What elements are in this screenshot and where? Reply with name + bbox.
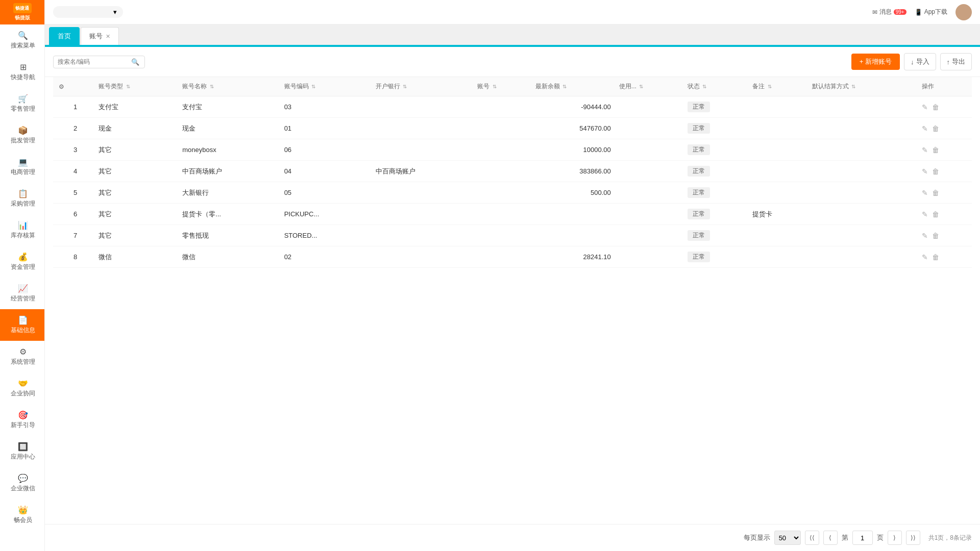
app-download-label: App下载 — [924, 8, 947, 16]
delete-icon[interactable]: 🗑 — [932, 146, 939, 154]
edit-icon[interactable]: ✎ — [922, 103, 928, 111]
sidebar-item-finance[interactable]: 💰资金管理 — [0, 246, 44, 278]
row-actions: ✎ 🗑 — [918, 139, 972, 161]
sidebar-icon-basic-info: 📄 — [4, 315, 42, 325]
avatar[interactable] — [955, 4, 972, 20]
sidebar-label-inventory: 库存核算 — [4, 231, 42, 240]
delete-icon[interactable]: 🗑 — [932, 124, 939, 133]
total-info: 共1页，8条记录 — [928, 534, 972, 542]
last-page-button[interactable]: ⟩⟩ — [906, 531, 920, 545]
col-balance[interactable]: 最新余额 ⇅ — [531, 77, 615, 96]
sidebar-item-quick-nav[interactable]: ⊞快捷导航 — [0, 56, 44, 88]
col-note[interactable]: 备注 ⇅ — [748, 77, 808, 96]
table-row: 2 现金 现金 01 547670.00 正常 ✎ 🗑 — [53, 118, 972, 139]
row-account — [473, 161, 531, 182]
sidebar-item-wholesale[interactable]: 📦批发管理 — [0, 119, 44, 151]
row-bank: 中百商场账户 — [372, 161, 473, 182]
row-account — [473, 139, 531, 161]
col-action: 操作 — [918, 77, 972, 96]
prev-page-button[interactable]: ⟨ — [823, 531, 838, 545]
delete-icon[interactable]: 🗑 — [932, 189, 939, 197]
add-account-button[interactable]: + 新增账号 — [851, 54, 900, 70]
page-input[interactable] — [852, 531, 873, 545]
col-bank[interactable]: 开户银行 ⇅ — [372, 77, 473, 96]
chevron-down-icon: ▾ — [113, 8, 117, 16]
col-default-pay[interactable]: 默认结算方式 ⇅ — [808, 77, 918, 96]
row-name: 中百商场账户 — [178, 161, 280, 182]
row-type: 微信 — [94, 246, 178, 268]
table-header-row: ⚙ 账号类型 ⇅ 账号名称 ⇅ 账号编码 ⇅ 开户银行 ⇅ 账号 ⇅ 最新余额 … — [53, 77, 972, 96]
sidebar-item-member[interactable]: 👑畅会员 — [0, 499, 44, 531]
sidebar-item-ecommerce[interactable]: 💻电商管理 — [0, 151, 44, 183]
sidebar-item-system[interactable]: ⚙系统管理 — [0, 341, 44, 372]
table-body: 1 支付宝 支付宝 03 -90444.00 正常 ✎ 🗑 2 现金 现金 01 — [53, 96, 972, 268]
sidebar-icon-member: 👑 — [4, 505, 42, 515]
sidebar-item-inventory[interactable]: 📊库存核算 — [0, 214, 44, 246]
toolbar-left: 🔍 — [53, 56, 145, 68]
sidebar-icon-guide: 🎯 — [4, 410, 42, 420]
sidebar-label-operation: 经营管理 — [4, 294, 42, 303]
next-page-button[interactable]: ⟩ — [888, 531, 902, 545]
row-status: 正常 — [683, 161, 748, 182]
col-account[interactable]: 账号 ⇅ — [473, 77, 531, 96]
row-code: 02 — [280, 246, 372, 268]
sidebar: 畅捷通 畅捷版 🔍搜索菜单⊞快捷导航🛒零售管理📦批发管理💻电商管理📋采购管理📊库… — [0, 0, 45, 551]
app-download-button[interactable]: 📱 App下载 — [915, 8, 947, 16]
edit-icon[interactable]: ✎ — [922, 146, 928, 154]
delete-icon[interactable]: 🗑 — [932, 103, 939, 111]
per-page-select[interactable]: 50 100 — [774, 531, 801, 545]
sidebar-item-enterprise-wx[interactable]: 💬企业微信 — [0, 467, 44, 499]
sidebar-item-enterprise[interactable]: 🤝企业协同 — [0, 372, 44, 404]
sidebar-item-purchase[interactable]: 📋采购管理 — [0, 183, 44, 214]
col-name[interactable]: 账号名称 ⇅ — [178, 77, 280, 96]
row-balance: 547670.00 — [531, 118, 615, 139]
row-type: 现金 — [94, 118, 178, 139]
sidebar-item-search[interactable]: 🔍搜索菜单 — [0, 24, 44, 56]
sidebar-item-retail[interactable]: 🛒零售管理 — [0, 88, 44, 119]
row-note — [748, 139, 808, 161]
topbar-search-input[interactable] — [59, 9, 110, 16]
import-button[interactable]: ↓ 导入 — [904, 53, 936, 70]
tab-account[interactable]: 账号 ✕ — [81, 27, 119, 45]
delete-icon[interactable]: 🗑 — [932, 232, 939, 240]
row-code: PICKUPC... — [280, 204, 372, 225]
message-button[interactable]: ✉ 消息 99+ — [872, 8, 906, 16]
table-row: 7 其它 零售抵现 STORED... 正常 ✎ 🗑 — [53, 225, 972, 246]
delete-icon[interactable]: 🗑 — [932, 253, 939, 261]
sidebar-label-retail: 零售管理 — [4, 105, 42, 113]
sidebar-item-operation[interactable]: 📈经营管理 — [0, 278, 44, 309]
delete-icon[interactable]: 🗑 — [932, 210, 939, 218]
edit-icon[interactable]: ✎ — [922, 232, 928, 240]
search-input[interactable] — [58, 58, 129, 65]
sidebar-icon-enterprise-wx: 💬 — [4, 473, 42, 483]
per-page-label: 每页显示 — [744, 533, 770, 542]
row-settings — [53, 204, 69, 225]
col-status[interactable]: 状态 ⇅ — [683, 77, 748, 96]
col-type[interactable]: 账号类型 ⇅ — [94, 77, 178, 96]
table-row: 4 其它 中百商场账户 04 中百商场账户 383866.00 正常 ✎ 🗑 — [53, 161, 972, 182]
sidebar-item-basic-info[interactable]: 📄基础信息 — [0, 309, 44, 341]
edit-icon[interactable]: ✎ — [922, 124, 928, 133]
edit-icon[interactable]: ✎ — [922, 210, 928, 218]
tab-home-label: 首页 — [58, 32, 71, 41]
col-usage[interactable]: 使用... ⇅ — [615, 77, 683, 96]
row-code: STORED... — [280, 225, 372, 246]
topbar-search[interactable]: ▾ — [53, 6, 123, 18]
edit-icon[interactable]: ✎ — [922, 189, 928, 197]
row-num: 3 — [69, 139, 94, 161]
row-note — [748, 161, 808, 182]
delete-icon[interactable]: 🗑 — [932, 167, 939, 176]
sidebar-item-app-center[interactable]: 🔲应用中心 — [0, 436, 44, 467]
row-account — [473, 118, 531, 139]
export-button[interactable]: ↑ 导出 — [940, 53, 972, 70]
col-settings[interactable]: ⚙ — [53, 77, 69, 96]
col-code[interactable]: 账号编码 ⇅ — [280, 77, 372, 96]
row-code: 03 — [280, 96, 372, 118]
sidebar-item-guide[interactable]: 🎯新手引导 — [0, 404, 44, 436]
edit-icon[interactable]: ✎ — [922, 167, 928, 176]
edit-icon[interactable]: ✎ — [922, 253, 928, 261]
close-icon[interactable]: ✕ — [106, 33, 110, 40]
first-page-button[interactable]: ⟨⟨ — [805, 531, 819, 545]
tab-home[interactable]: 首页 — [49, 27, 80, 45]
search-box[interactable]: 🔍 — [53, 56, 145, 68]
